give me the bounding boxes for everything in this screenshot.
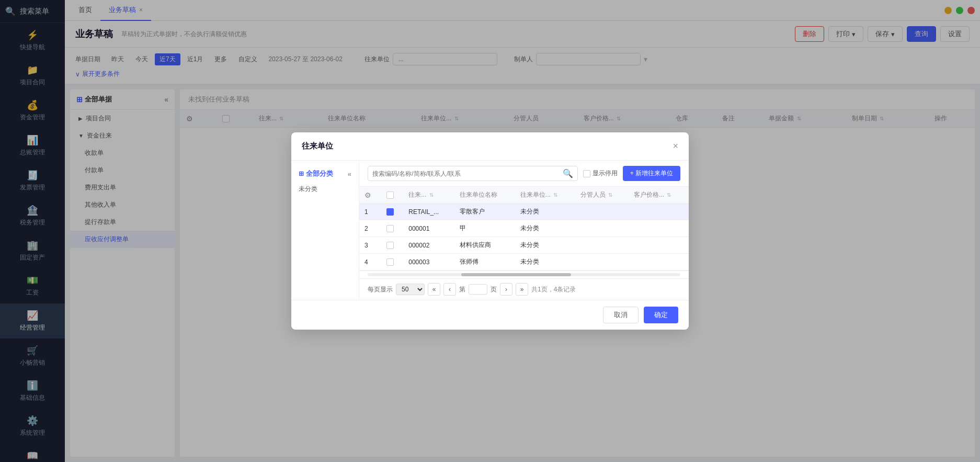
table-row[interactable]: 2 000001 甲 未分类	[359, 220, 689, 237]
add-unit-button[interactable]: + 新增往来单位	[623, 166, 680, 181]
dialog-category-header: ⊞ 全部分类 «	[291, 166, 359, 182]
confirm-button[interactable]: 确定	[644, 307, 678, 323]
dialog-close-button[interactable]: ×	[673, 141, 678, 152]
dialog-category-uncategorized[interactable]: 未分类	[291, 182, 359, 197]
prev-page-button[interactable]: ‹	[443, 283, 456, 296]
dialog-col-code: 往来... ⇅	[403, 187, 454, 204]
dialog-header: 往来单位 ×	[291, 132, 689, 161]
current-page-input[interactable]: 1	[469, 284, 487, 295]
dialog-all-label: 全部分类	[306, 169, 333, 178]
row-name: 张师傅	[454, 254, 515, 271]
table-row[interactable]: 1 RETAIL_... 零散客户 未分类	[359, 204, 689, 220]
dialog-table: ⚙ 往来... ⇅ 往来单位名称 往来单位... ⇅ 分管人员 ⇅ 客户价格..…	[359, 187, 689, 271]
row-checkbox[interactable]	[386, 208, 394, 216]
search-box: 🔍	[368, 166, 578, 181]
page-label: 页	[491, 285, 497, 294]
dialog-table-container: ⚙ 往来... ⇅ 往来单位名称 往来单位... ⇅ 分管人员 ⇅ 客户价格..…	[359, 187, 689, 271]
page-size-select[interactable]: 50 20 100	[396, 284, 425, 295]
scrollbar-track[interactable]	[368, 273, 680, 276]
dialog-pagination: 每页显示 50 20 100 « ‹ 第 1 页 › » 共1页，4条记录	[359, 278, 689, 300]
row-category: 未分类	[515, 204, 575, 220]
scrollbar-thumb[interactable]	[461, 273, 571, 276]
row-manager	[575, 204, 629, 220]
dialog-footer: 取消 确定	[291, 300, 689, 330]
search-input[interactable]	[372, 170, 560, 177]
dialog-body: ⊞ 全部分类 « 未分类 🔍 显示停用	[291, 161, 689, 300]
row-checkbox[interactable]	[386, 242, 394, 249]
row-category: 未分类	[515, 220, 575, 237]
table-row[interactable]: 3 000002 材料供应商 未分类	[359, 237, 689, 254]
row-checkbox[interactable]	[386, 225, 394, 232]
search-icon: 🔍	[563, 168, 573, 178]
row-manager	[575, 254, 629, 271]
dialog-toolbar: 🔍 显示停用 + 新增往来单位	[359, 161, 689, 187]
next-page-button[interactable]: ›	[500, 283, 512, 296]
row-price	[629, 204, 689, 220]
dialog-col-cat: 往来单位... ⇅	[515, 187, 575, 204]
category-grid-icon: ⊞	[299, 170, 304, 177]
row-name: 材料供应商	[454, 237, 515, 254]
row-name: 零散客户	[454, 204, 515, 220]
dialog: 往来单位 × ⊞ 全部分类 « 未分类	[291, 132, 689, 330]
first-page-button[interactable]: «	[428, 283, 440, 296]
row-name: 甲	[454, 220, 515, 237]
row-code: 000002	[403, 237, 454, 254]
dialog-col-name: 往来单位名称	[454, 187, 515, 204]
row-code: 000001	[403, 220, 454, 237]
row-price	[629, 220, 689, 237]
show-disabled-label: 显示停用	[592, 169, 618, 178]
dialog-select-all[interactable]	[386, 191, 394, 199]
show-disabled-checkbox[interactable]	[583, 170, 590, 177]
dialog-col-manager: 分管人员 ⇅	[575, 187, 629, 204]
dialog-scrollbar	[359, 271, 689, 278]
row-manager	[575, 220, 629, 237]
row-manager	[575, 237, 629, 254]
cancel-button[interactable]: 取消	[603, 307, 639, 323]
page-word: 第	[459, 285, 465, 294]
dialog-col-price: 客户价格... ⇅	[629, 187, 689, 204]
dialog-title: 往来单位	[302, 141, 333, 151]
dialog-right-panel: 🔍 显示停用 + 新增往来单位 ⚙	[359, 161, 689, 300]
table-row[interactable]: 4 000003 张师傅 未分类	[359, 254, 689, 271]
last-page-button[interactable]: »	[516, 283, 528, 296]
page-total: 共1页，4条记录	[531, 285, 576, 294]
dialog-overlay[interactable]: 往来单位 × ⊞ 全部分类 « 未分类	[0, 0, 980, 462]
row-code: RETAIL_...	[403, 204, 454, 220]
row-price	[629, 237, 689, 254]
show-disabled-toggle[interactable]: 显示停用	[583, 169, 618, 178]
row-category: 未分类	[515, 254, 575, 271]
dialog-left-panel: ⊞ 全部分类 « 未分类	[291, 161, 359, 300]
row-price	[629, 254, 689, 271]
dialog-settings-icon[interactable]: ⚙	[364, 191, 371, 199]
page-size-label: 每页显示	[368, 285, 393, 294]
row-checkbox[interactable]	[386, 258, 394, 266]
row-category: 未分类	[515, 237, 575, 254]
dialog-collapse-icon[interactable]: «	[348, 170, 351, 178]
row-code: 000003	[403, 254, 454, 271]
